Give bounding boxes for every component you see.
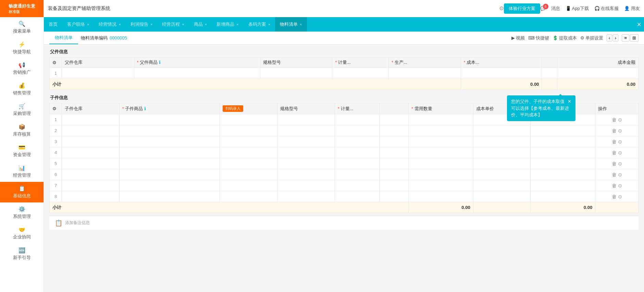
child-warehouse-cell[interactable] xyxy=(62,169,120,180)
parent-cost-cell[interactable] xyxy=(461,68,542,79)
child-amount-cell[interactable] xyxy=(531,147,595,158)
delete-icon[interactable]: 🗑 xyxy=(612,139,617,144)
close-icon[interactable]: × xyxy=(205,22,207,26)
gear-icon[interactable]: ⚙ xyxy=(499,5,504,12)
sidebar-item-enterprise[interactable]: 🤝 企业协同 xyxy=(0,223,44,244)
parent-unit-cell[interactable] xyxy=(332,68,389,79)
tab-product[interactable]: 商品 × xyxy=(189,17,212,32)
child-spec-cell[interactable] xyxy=(277,191,335,202)
child-product-cell[interactable] xyxy=(119,125,220,136)
sidebar-item-operation[interactable]: 📊 经营管理 xyxy=(0,161,44,182)
delete-icon[interactable]: 🗑 xyxy=(612,150,617,155)
close-icon[interactable]: × xyxy=(268,22,270,26)
child-qty-cell[interactable] xyxy=(408,125,473,136)
app-download-link[interactable]: 📱 App下载 xyxy=(566,5,589,12)
tab-customer[interactable]: 客户联络 × xyxy=(62,17,94,32)
close-window-icon[interactable]: ✕ xyxy=(637,21,641,28)
close-icon[interactable]: × xyxy=(150,22,152,26)
delete-icon[interactable]: 🗑 xyxy=(612,128,617,133)
child-warehouse-cell[interactable] xyxy=(62,180,120,191)
copy-icon[interactable]: ⊙ xyxy=(618,194,622,199)
child-spec-cell[interactable] xyxy=(277,180,335,191)
child-unit-cell[interactable] xyxy=(335,125,380,136)
child-product-cell[interactable] xyxy=(119,191,220,202)
child-spec-cell[interactable] xyxy=(277,147,335,158)
single-settings-button[interactable]: ⚙ 单据设置 xyxy=(580,35,603,41)
shortcut-button[interactable]: ⌨ 快捷键 xyxy=(528,35,549,41)
tab-new-product[interactable]: 新增商品 × xyxy=(212,17,243,32)
copy-icon[interactable]: ⊙ xyxy=(618,183,622,188)
child-unit-cell[interactable] xyxy=(335,180,380,191)
child-qty-cell[interactable] xyxy=(408,191,473,202)
child-spec-cell[interactable] xyxy=(277,114,335,125)
close-icon[interactable]: × xyxy=(300,22,302,26)
tab-barcode[interactable]: 条码方案 × xyxy=(244,17,275,32)
parent-spec-cell[interactable] xyxy=(260,68,332,79)
sidebar-item-finance[interactable]: 💳 资金管理 xyxy=(0,141,44,161)
child-spec-cell[interactable] xyxy=(277,136,335,147)
child-unit-cost-cell[interactable] xyxy=(473,125,531,136)
delete-icon[interactable]: 🗑 xyxy=(612,194,617,199)
scan-button[interactable]: 扫码录入 xyxy=(223,105,243,112)
close-icon[interactable]: × xyxy=(119,22,121,26)
child-qty-cell[interactable] xyxy=(408,158,473,169)
tab-operation-status[interactable]: 经营情况 × xyxy=(94,17,125,32)
child-qty-cell[interactable] xyxy=(408,169,473,180)
child-warehouse-cell[interactable] xyxy=(62,191,120,202)
close-icon[interactable]: × xyxy=(87,22,89,26)
parent-warehouse-cell[interactable] xyxy=(62,68,134,79)
child-unit-cell[interactable] xyxy=(335,147,380,158)
child-spec-cell[interactable] xyxy=(277,169,335,180)
sidebar-item-guide[interactable]: 🆕 新手引导 xyxy=(0,244,44,264)
sidebar-item-marketing[interactable]: 📢 营销推广 xyxy=(0,58,44,79)
online-service-link[interactable]: 🎧 在线客服 xyxy=(594,5,619,12)
child-amount-cell[interactable] xyxy=(531,169,595,180)
child-unit-cell[interactable] xyxy=(335,191,380,202)
child-unit-cell[interactable] xyxy=(335,136,380,147)
child-warehouse-cell[interactable] xyxy=(62,125,120,136)
child-qty-cell[interactable] xyxy=(408,136,473,147)
child-warehouse-cell[interactable] xyxy=(62,136,120,147)
next-arrow[interactable]: › xyxy=(613,34,618,42)
parent-amount-cell[interactable] xyxy=(557,68,639,79)
child-spec-cell[interactable] xyxy=(277,158,335,169)
child-product-cell[interactable] xyxy=(119,169,220,180)
child-unit-cell[interactable] xyxy=(335,158,380,169)
close-icon[interactable]: × xyxy=(236,22,238,26)
grid-view-btn[interactable]: ⊞ xyxy=(630,34,639,42)
sidebar-item-inventory[interactable]: 📦 库存核算 xyxy=(0,120,44,141)
copy-icon[interactable]: ⊙ xyxy=(618,172,622,177)
copy-icon[interactable]: ⊙ xyxy=(618,161,622,166)
child-unit-cost-cell[interactable] xyxy=(473,158,531,169)
child-unit-cost-cell[interactable] xyxy=(473,180,531,191)
delete-icon[interactable]: 🗑 xyxy=(612,183,617,188)
copy-icon[interactable]: ⊙ xyxy=(618,117,622,122)
video-button[interactable]: ▶ 视频 xyxy=(511,35,525,41)
tab-bom[interactable]: 物料清单 × xyxy=(275,17,307,32)
child-qty-cell[interactable] xyxy=(408,180,473,191)
child-unit-cost-cell[interactable] xyxy=(473,169,531,180)
list-view-btn[interactable]: ≡ xyxy=(622,34,629,42)
child-amount-cell[interactable] xyxy=(531,136,595,147)
sidebar-item-sales[interactable]: 💰 销售管理 xyxy=(0,79,44,100)
delete-icon[interactable]: 🗑 xyxy=(612,172,617,177)
tab-history[interactable]: 经营历程 × xyxy=(157,17,189,32)
child-product-cell[interactable] xyxy=(119,136,220,147)
child-qty-cell[interactable] xyxy=(408,147,473,158)
sidebar-item-search[interactable]: 🔍 搜索菜单 xyxy=(0,17,44,38)
child-product-cell[interactable] xyxy=(119,147,220,158)
child-unit-cost-cell[interactable] xyxy=(473,136,531,147)
child-warehouse-cell[interactable] xyxy=(62,147,120,158)
cost-button[interactable]: 💲 提取成本 xyxy=(553,35,577,41)
child-unit-cost-cell[interactable] xyxy=(473,191,531,202)
child-amount-cell[interactable] xyxy=(531,158,595,169)
child-warehouse-cell[interactable] xyxy=(62,158,120,169)
child-unit-cell[interactable] xyxy=(335,114,380,125)
sidebar-item-basic-info[interactable]: 📋 基础信息 xyxy=(0,182,44,202)
sidebar-item-system[interactable]: ⚙️ 系统管理 xyxy=(0,202,44,223)
parent-product-cell[interactable] xyxy=(134,68,260,79)
tooltip-close-icon[interactable]: ✕ xyxy=(568,98,571,105)
copy-icon[interactable]: ⊙ xyxy=(618,128,622,133)
child-qty-cell[interactable] xyxy=(408,114,473,125)
copy-icon[interactable]: ⊙ xyxy=(618,139,622,144)
